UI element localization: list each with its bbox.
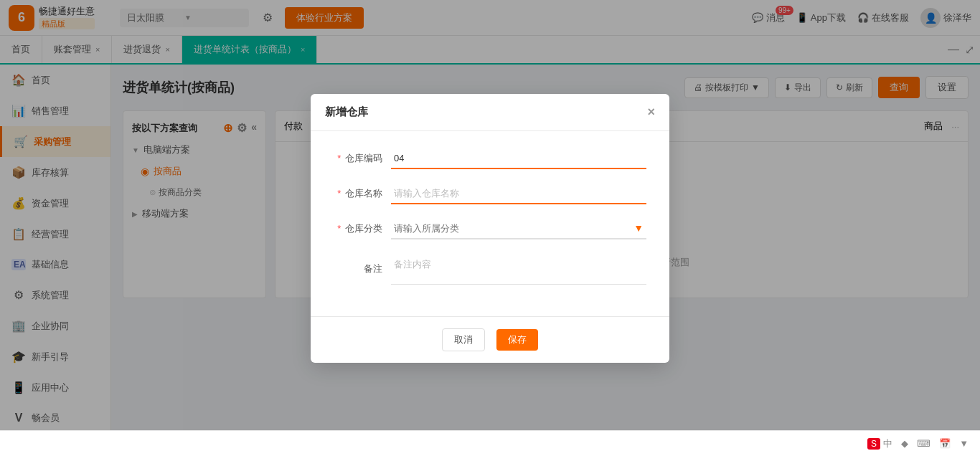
- modal-close-button[interactable]: ×: [647, 105, 655, 118]
- modal-header: 新增仓库 ×: [311, 94, 669, 131]
- chinese-label: 中: [883, 437, 892, 450]
- modal-body: * 仓库编码 * 仓库名称 * 仓库分类: [311, 131, 669, 316]
- menu-icon: ▼: [959, 438, 969, 449]
- dot-icon: ◆: [901, 438, 908, 449]
- name-input[interactable]: [391, 184, 646, 204]
- bottom-calendar-item[interactable]: 📅: [939, 438, 951, 449]
- category-select-wrapper: ▼: [391, 219, 646, 239]
- remark-label: 备注: [334, 262, 391, 275]
- bottom-bar: S 中 ◆ ⌨ 📅 ▼: [0, 430, 980, 456]
- category-input[interactable]: [391, 219, 646, 238]
- remark-input[interactable]: [391, 254, 646, 285]
- save-button[interactable]: 保存: [496, 329, 538, 351]
- bottom-dot-item[interactable]: ◆: [901, 438, 908, 449]
- modal-backdrop: 新增仓库 × * 仓库编码 * 仓库名称: [0, 0, 980, 456]
- form-row-code: * 仓库编码: [334, 148, 646, 169]
- modal-footer: 取消 保存: [311, 316, 669, 363]
- name-label: * 仓库名称: [334, 187, 391, 200]
- keyboard-icon: ⌨: [917, 438, 930, 449]
- chinese-icon: S: [867, 438, 880, 450]
- cancel-button[interactable]: 取消: [442, 328, 485, 351]
- required-mark-name: *: [337, 188, 341, 199]
- category-label: * 仓库分类: [334, 222, 391, 235]
- form-row-category: * 仓库分类 ▼: [334, 219, 646, 239]
- form-row-remark: 备注: [334, 254, 646, 285]
- code-label: * 仓库编码: [334, 152, 391, 165]
- bottom-menu-item[interactable]: ▼: [959, 438, 969, 449]
- required-mark-code: *: [337, 153, 341, 163]
- form-row-name: * 仓库名称: [334, 184, 646, 204]
- bottom-chinese-input[interactable]: S 中: [867, 437, 892, 450]
- required-mark-category: *: [337, 223, 341, 234]
- modal-title: 新增仓库: [325, 105, 368, 119]
- calendar-icon: 📅: [939, 438, 951, 449]
- bottom-keyboard-item[interactable]: ⌨: [917, 438, 930, 449]
- code-input[interactable]: [391, 148, 646, 169]
- category-dropdown-icon[interactable]: ▼: [633, 222, 644, 234]
- add-warehouse-modal: 新增仓库 × * 仓库编码 * 仓库名称: [311, 94, 669, 363]
